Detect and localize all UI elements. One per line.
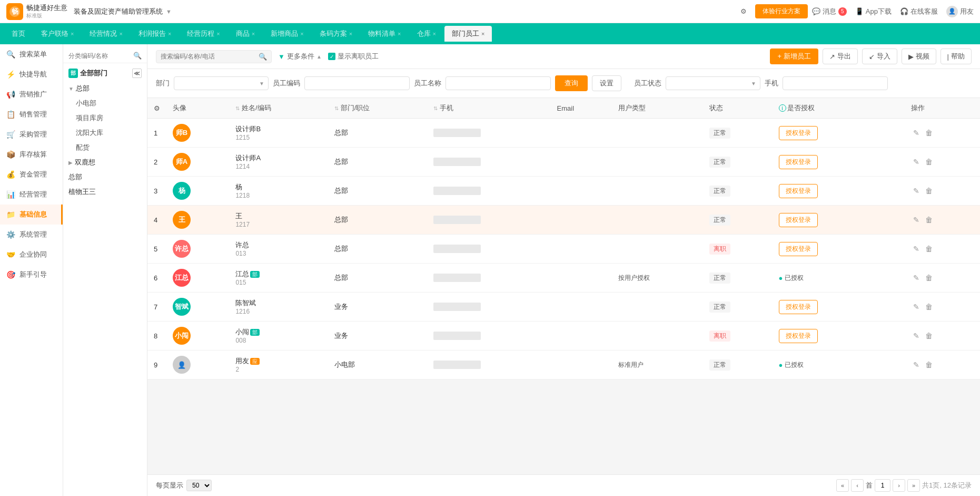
auth-login-btn[interactable]: 授权登录: [779, 300, 818, 314]
nav-tab-经营情况[interactable]: 经营情况 ×: [82, 26, 130, 42]
tab-close-icon[interactable]: ×: [349, 31, 352, 37]
tab-close-icon[interactable]: ×: [398, 31, 401, 37]
col-dept[interactable]: ⇅ 部门/职位: [328, 98, 427, 119]
tree-node-zongbu2[interactable]: 总部: [63, 170, 147, 184]
delete-btn[interactable]: 🗑: [923, 215, 935, 225]
tab-close-icon[interactable]: ×: [481, 31, 484, 37]
delete-btn[interactable]: 🗑: [923, 157, 935, 167]
sidebar-item-搜索菜单[interactable]: 🔍搜索菜单: [0, 44, 63, 64]
collapse-button[interactable]: ≪: [132, 69, 142, 78]
help-btn[interactable]: | 帮助: [941, 48, 972, 64]
delete-btn[interactable]: 🗑: [923, 128, 935, 138]
add-employee-btn[interactable]: + 新增员工: [770, 48, 818, 64]
tab-close-icon[interactable]: ×: [216, 31, 220, 37]
nav-tab-新增商品[interactable]: 新增商品 ×: [263, 26, 311, 42]
auth-login-btn[interactable]: 授权登录: [779, 213, 818, 227]
delete-btn[interactable]: 🗑: [923, 186, 935, 196]
edit-btn[interactable]: ✎: [911, 215, 922, 225]
edit-btn[interactable]: ✎: [911, 273, 922, 283]
per-page-select[interactable]: 50: [186, 480, 212, 491]
tree-node-zongbu[interactable]: ▼ 总部: [63, 81, 147, 96]
edit-btn[interactable]: ✎: [911, 359, 922, 370]
nav-tab-商品[interactable]: 商品 ×: [229, 26, 262, 42]
show-former-toggle[interactable]: ✓ 显示离职员工: [328, 52, 379, 61]
sidebar-item-新手引导[interactable]: 🎯新手引导: [0, 265, 63, 285]
dept-select[interactable]: [174, 76, 269, 90]
sidebar-item-系统管理[interactable]: ⚙️系统管理: [0, 225, 63, 245]
sidebar-item-基础信息[interactable]: 📁基础信息: [0, 205, 63, 225]
first-page-btn[interactable]: «: [836, 479, 849, 492]
edit-btn[interactable]: ✎: [911, 186, 922, 196]
nav-tab-部门员工[interactable]: 部门员工 ×: [444, 26, 492, 42]
tree-search-input[interactable]: [68, 52, 133, 60]
phone-input[interactable]: [783, 76, 888, 90]
page-number-input[interactable]: [875, 479, 890, 492]
col-settings[interactable]: ⚙: [147, 98, 166, 119]
edit-btn[interactable]: ✎: [911, 128, 922, 138]
delete-btn[interactable]: 🗑: [923, 244, 935, 254]
next-page-btn[interactable]: ›: [893, 479, 905, 492]
sidebar-item-企业协同[interactable]: 🤝企业协同: [0, 245, 63, 265]
auth-login-btn[interactable]: 授权登录: [779, 155, 818, 169]
emp-name-input[interactable]: [446, 76, 551, 90]
sidebar-item-经营管理[interactable]: 📊经营管理: [0, 184, 63, 205]
emp-code-input[interactable]: [304, 76, 410, 90]
import-btn[interactable]: ↙ 导入: [862, 48, 897, 64]
nav-tab-仓库[interactable]: 仓库 ×: [410, 26, 443, 42]
auth-login-btn[interactable]: 授权登录: [779, 329, 818, 343]
tab-close-icon[interactable]: ×: [119, 31, 122, 37]
nav-tab-经营历程[interactable]: 经营历程 ×: [180, 26, 227, 42]
tab-close-icon[interactable]: ×: [300, 31, 303, 37]
trial-button[interactable]: 体验行业方案: [755, 4, 808, 18]
search-input[interactable]: [161, 53, 255, 60]
auth-login-btn[interactable]: 授权登录: [779, 242, 818, 256]
nav-tab-客户联络[interactable]: 客户联络 ×: [34, 26, 81, 42]
delete-btn[interactable]: 🗑: [923, 302, 935, 312]
sidebar-item-销售管理[interactable]: 📋销售管理: [0, 104, 63, 124]
nav-tab-首页[interactable]: 首页: [4, 26, 33, 42]
tree-node-peihuo[interactable]: 配货: [63, 140, 147, 155]
export-btn[interactable]: ↗ 导出: [823, 48, 858, 64]
col-name[interactable]: ⇅ 姓名/编码: [229, 98, 328, 119]
last-page-btn[interactable]: »: [907, 479, 920, 492]
sidebar-item-库存核算[interactable]: 📦库存核算: [0, 144, 63, 164]
col-phone[interactable]: ⇅ 手机: [427, 98, 551, 119]
delete-btn[interactable]: 🗑: [923, 330, 935, 341]
gear-button[interactable]: ⚙: [736, 4, 751, 19]
message-btn[interactable]: 💬 消息 5: [812, 7, 847, 16]
nav-tab-物料清单[interactable]: 物料清单 ×: [361, 26, 408, 42]
all-dept-header[interactable]: 部 全部部门 ≪: [63, 65, 147, 81]
sidebar-item-快捷导航[interactable]: ⚡快捷导航: [0, 64, 63, 84]
tree-node-zhiwu[interactable]: 植物王三: [63, 184, 147, 199]
user-btn[interactable]: 👤 用友: [946, 6, 974, 17]
edit-btn[interactable]: ✎: [911, 244, 922, 254]
app-download-btn[interactable]: 📱 App下载: [855, 7, 892, 16]
tree-node-xiaodibu[interactable]: 小电部: [63, 96, 147, 111]
edit-btn[interactable]: ✎: [911, 330, 922, 341]
tab-close-icon[interactable]: ×: [252, 31, 255, 37]
edit-btn[interactable]: ✎: [911, 302, 922, 312]
emp-status-select[interactable]: [666, 76, 760, 90]
tab-close-icon[interactable]: ×: [71, 31, 74, 37]
sidebar-item-资金管理[interactable]: 💰资金管理: [0, 164, 63, 184]
nav-tab-条码方案[interactable]: 条码方案 ×: [312, 26, 360, 42]
delete-btn[interactable]: 🗑: [923, 273, 935, 283]
auth-login-btn[interactable]: 授权登录: [779, 126, 818, 140]
edit-btn[interactable]: ✎: [911, 157, 922, 167]
query-btn[interactable]: 查询: [555, 75, 588, 91]
sidebar-item-营销推广[interactable]: 📢营销推广: [0, 84, 63, 104]
sidebar-item-采购管理[interactable]: 🛒采购管理: [0, 124, 63, 144]
auth-login-btn[interactable]: 授权登录: [779, 184, 818, 198]
tree-node-shuanglu[interactable]: ▶ 双鹿想: [63, 155, 147, 170]
online-service-btn[interactable]: 🎧 在线客服: [900, 7, 938, 16]
delete-btn[interactable]: 🗑: [923, 359, 935, 370]
tab-close-icon[interactable]: ×: [168, 31, 171, 37]
more-filter-btn[interactable]: ▼ 更多条件 ▲: [278, 52, 322, 61]
nav-tab-利润报告[interactable]: 利润报告 ×: [131, 26, 179, 42]
tree-node-shenyang[interactable]: 沈阳大库: [63, 125, 147, 140]
tab-close-icon[interactable]: ×: [433, 31, 436, 37]
set-btn[interactable]: 设置: [592, 75, 621, 91]
prev-page-btn[interactable]: ‹: [851, 479, 864, 492]
tree-node-xiangmukufang[interactable]: 项目库房: [63, 111, 147, 125]
view-btn[interactable]: ▶ 视频: [902, 48, 936, 64]
